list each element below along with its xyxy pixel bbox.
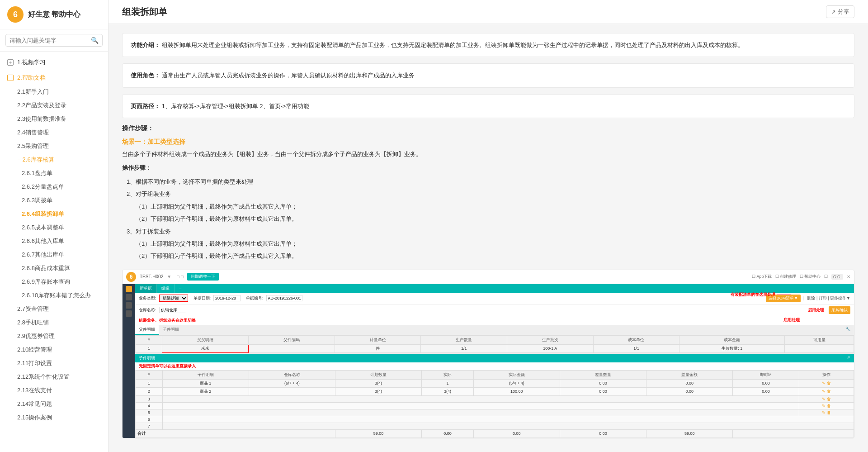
mock-tab-more[interactable]: ... — [175, 284, 187, 293]
mock-t2-td-3-empty — [162, 395, 799, 402]
step-3: 3、对于拆装业务 — [127, 225, 854, 238]
mock-t2-td-3-op[interactable]: ✎ 🗑 — [799, 395, 854, 402]
sidebar-item-adjust[interactable]: 2.6.3调拨单 — [5, 194, 108, 207]
mock-t2-td-2-inst: 0.00 — [733, 387, 799, 395]
path-text: 1、库存核算->库存管理->组装拆卸单 2、首页->常用功能 — [162, 103, 310, 109]
mock-t2-td-1-no: 1 — [136, 379, 163, 387]
mock-annotation3-text: 组装业务、拆卸业务在这里切换 — [139, 318, 196, 323]
mock-sidebar-icon-2 — [126, 294, 132, 300]
mock-logo-icon: 6 — [126, 272, 136, 282]
mock-sidebar-icons — [123, 284, 135, 438]
mock-t2-td-2-damt: 0.00 — [646, 387, 733, 395]
sidebar-item-cost[interactable]: 2.6.5成本调整单 — [5, 221, 108, 234]
mock-t2-td-5-empty — [162, 409, 799, 416]
mock-tab-child[interactable]: 子件明细 — [159, 325, 183, 335]
main-content: 功能介绍： 组装拆卸单用来处理企业组装或拆卸等加工业务，支持有固定装配清单的产品… — [108, 24, 868, 452]
mock-btn-sync[interactable]: 同期调整一下 — [187, 273, 219, 281]
step-2-1: （1）上部明细为父件明细，最终作为产成品生成其它入库单； — [127, 200, 854, 213]
mock-td-row1-no: 1 — [136, 344, 162, 352]
mock-icons: □ □ — [177, 275, 184, 279]
mock-th-no: # — [136, 335, 162, 344]
mock-close-icon[interactable]: ✕ — [847, 274, 850, 279]
sidebar-item-finance[interactable]: 2.7资金管理 — [0, 302, 108, 316]
sidebar-search-container: 🔍 — [0, 29, 108, 52]
mock-field-date-input[interactable] — [213, 295, 241, 301]
mock-th-avail: 可用量 — [785, 335, 854, 344]
sidebar-item-sales[interactable]: 2.4销售管理 — [0, 126, 108, 139]
mock-t2-td-4-empty — [162, 402, 799, 409]
mock-field-type-label: 业务类型: — [139, 295, 156, 301]
nav-sub-items-docs: 2.1新手入门 2.2产品安装及登录 2.3使用前数据准备 2.4销售管理 2.… — [0, 85, 108, 424]
feature-intro-label: 功能介绍： — [131, 42, 160, 48]
mock-th-cost-unit: 成本单位 — [593, 335, 679, 344]
mock-sidebar-icon-3 — [126, 302, 132, 309]
mock-nav-links: ☐ App下载 ☐ 创建修理 ☐ 帮助中心 ☐ — [752, 274, 828, 280]
mock-t2-th-actual-amt: 实际金额 — [473, 370, 560, 379]
mock-tab-parent[interactable]: 父件明细 — [135, 325, 159, 335]
ops-steps-title: 操作步骤： — [122, 162, 854, 173]
mock-t2-row-6: 6 — [136, 416, 854, 423]
sidebar-item-other-in[interactable]: 2.6.6其他入库单 — [5, 234, 108, 248]
sidebar-item-ledger-query[interactable]: 2.6.9库存账本查询 — [5, 275, 108, 289]
sidebar-item-cost-calc[interactable]: 2.6.8商品成本重算 — [5, 262, 108, 275]
mock-tab-spacer — [183, 325, 842, 335]
mock-tab-edit[interactable]: 编辑 — [157, 284, 175, 293]
mock-btn-confirm[interactable]: 采购确认 — [829, 306, 850, 314]
sidebar-item-faq[interactable]: 2.14常见问题 — [0, 397, 108, 411]
sidebar-item-docs[interactable]: − 2.帮助文档 — [0, 71, 108, 85]
sidebar-item-ledger-err[interactable]: 2.6.10库存账本错了怎么办 — [5, 289, 108, 302]
mock-t2-td-1-plan: 3(4) — [335, 379, 421, 387]
mock-table1-body: 1 米米 件 1/1 100-1 A 1/1 生效数量: 1 — [136, 344, 854, 352]
search-icon[interactable]: 🔍 — [91, 37, 99, 44]
mock-field-no-input[interactable] — [266, 295, 302, 301]
mock-td-row1-costamt: 生效数量: 1 — [679, 344, 785, 352]
mock-table2-expand[interactable]: ⇗ — [843, 354, 854, 362]
sidebar-item-video[interactable]: + 1.视频学习 — [0, 55, 108, 70]
sidebar-label-video: 1.视频学习 — [17, 58, 46, 67]
sidebar-item-sys[interactable]: 2.12系统个性化设置 — [0, 370, 108, 384]
mock-field-date-label: 单据日期: — [193, 295, 211, 301]
mock-table2-header: 子件明细 ⇗ — [135, 353, 854, 362]
mock-t2-row-4: 4 ✎ 🗑 — [136, 402, 854, 409]
sidebar-item-print[interactable]: 2.11打印设置 — [0, 357, 108, 370]
sidebar-item-inventory[interactable]: − 2.6库存核算 — [0, 153, 108, 167]
sidebar-item-stocktake[interactable]: 2.6.1盘点单 — [5, 167, 108, 180]
sidebar-item-mobile[interactable]: 2.8手机旺铺 — [0, 316, 108, 329]
mock-t2-td-2-op[interactable]: ✎ 🗑 — [799, 387, 854, 395]
sidebar-item-operation[interactable]: 2.10经营管理 — [0, 343, 108, 357]
sidebar-item-prepare[interactable]: 2.3使用前数据准备 — [0, 112, 108, 126]
mock-table1-tabs: 父件明细 子件明细 🔧 — [135, 325, 854, 335]
sidebar-item-purchase[interactable]: 2.5采购管理 — [0, 139, 108, 153]
mock-t2-td-7-empty — [162, 423, 854, 429]
mock-t2-foot-empty — [733, 429, 854, 438]
mock-t2-td-1-op[interactable]: ✎ 🗑 — [799, 379, 854, 387]
sidebar-item-newbie[interactable]: 2.1新手入门 — [0, 85, 108, 99]
screenshot-container: 6 TEST-H002 ▼ □ □ 同期调整一下 ☐ App下载 ☐ 创建修理 … — [122, 270, 854, 438]
mock-t2-th-instant: 即时M — [733, 370, 799, 379]
sidebar-item-cases[interactable]: 2.15操作案例 — [0, 411, 108, 424]
search-input[interactable] — [9, 37, 91, 44]
steps-list: 1、根据不同的业务，选择不同单据的类型来处理 2、对于组装业务 （1）上部明细为… — [122, 176, 854, 262]
mock-t2-td-2-wh — [249, 387, 335, 395]
mock-field-warehouse-input[interactable] — [159, 307, 186, 313]
sidebar-item-coupon[interactable]: 2.9优惠券管理 — [0, 329, 108, 343]
step-3-1: （1）上部明细为父件明细，最终作为原材料生成其它出库单； — [127, 238, 854, 250]
minus-icon-docs: − — [7, 75, 14, 81]
mock-t2-row-2: 2 商品 2 3(4) 3(4) 100.00 0.00 0.00 0.00 — [136, 387, 854, 395]
mock-tab-new[interactable]: 新单据 — [135, 284, 157, 293]
mock-table2-foot: 合计 59.00 0.00 0.00 0.00 59.00 — [136, 429, 854, 438]
mock-sidebar-icon-4 — [126, 310, 132, 317]
mock-field-type-select[interactable]: 组装拆卸 — [159, 295, 188, 302]
search-box[interactable]: 🔍 — [5, 34, 103, 47]
sidebar-item-partial[interactable]: 2.6.2分量盘点单 — [5, 180, 108, 194]
sidebar-item-assemble[interactable]: 2.6.4组装拆卸单 — [5, 207, 108, 221]
mock-t2-td-5-op[interactable]: ✎ 🗑 — [799, 409, 854, 416]
share-button[interactable]: ↗ 分享 — [826, 5, 854, 18]
sidebar-item-install[interactable]: 2.2产品安装及登录 — [0, 99, 108, 112]
mock-more-btns: 删除 | 打印 | 更多操作▼ — [807, 295, 850, 301]
mock-t2-td-4-op[interactable]: ✎ 🗑 — [799, 402, 854, 409]
mock-th-parent-code: 父父明细 — [162, 335, 249, 344]
sidebar-item-pay[interactable]: 2.13在线支付 — [0, 384, 108, 397]
page-title: 组装拆卸单 — [122, 6, 167, 18]
sidebar-item-other-out[interactable]: 2.6.7其他出库单 — [5, 248, 108, 262]
